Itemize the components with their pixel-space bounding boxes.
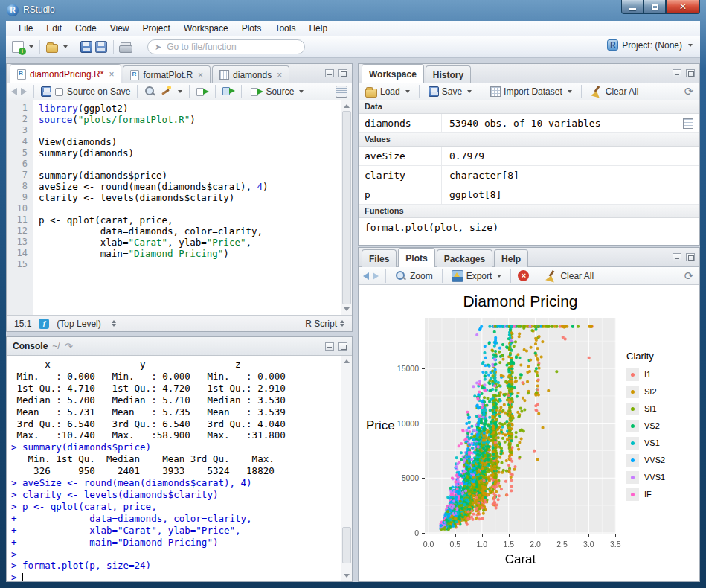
import-dataset-button[interactable]: Import Dataset (488, 86, 574, 98)
code-editor[interactable]: 123456789101112131415 library(ggplot2)so… (7, 100, 352, 315)
tab-workspace[interactable]: Workspace (362, 64, 424, 83)
menu-item-edit[interactable]: Edit (39, 22, 68, 35)
close-tab-icon[interactable]: × (198, 70, 203, 80)
menu-item-file[interactable]: File (12, 22, 39, 35)
pane-minimize-icon[interactable] (673, 69, 681, 77)
legend-label: SI2 (644, 387, 657, 396)
goto-file-input[interactable] (165, 41, 298, 53)
tab-formatplot-r[interactable]: formatPlot.R× (123, 65, 211, 83)
save-button[interactable] (80, 41, 92, 53)
find-icon[interactable] (144, 86, 156, 98)
tab-history[interactable]: History (426, 65, 471, 83)
console-line: > (11, 572, 341, 581)
pane-maximize-icon[interactable] (338, 69, 347, 77)
run-icon[interactable] (196, 86, 208, 98)
source-on-save-checkbox[interactable] (55, 88, 63, 96)
goto-file-box[interactable]: ➤ (147, 39, 305, 54)
object-row-diamonds[interactable]: diamonds53940 obs. of 10 variables (359, 114, 699, 133)
maximize-button[interactable] (644, 0, 666, 14)
pane-minimize-icon[interactable] (325, 69, 334, 77)
title-bar[interactable]: R RStudio ✕ (0, 0, 706, 21)
legend-dot (631, 476, 635, 479)
editor-scrollbar[interactable] (341, 100, 352, 315)
view-data-icon[interactable] (683, 118, 693, 129)
menu-item-plots[interactable]: Plots (235, 22, 269, 35)
save-all-button[interactable] (95, 41, 107, 53)
legend-key (626, 437, 639, 450)
tab-help[interactable]: Help (494, 249, 528, 267)
object-row-p[interactable]: pggplot[8] (359, 185, 699, 205)
menu-item-view[interactable]: View (103, 22, 136, 35)
pane-maximize-icon[interactable] (686, 69, 695, 77)
code-text[interactable]: library(ggplot2)source("plots/formatPlot… (34, 100, 341, 315)
file-type-label[interactable]: R Script (305, 319, 337, 329)
tab-files[interactable]: Files (362, 249, 397, 267)
menu-item-code[interactable]: Code (68, 22, 103, 35)
tab-plots[interactable]: Plots (398, 248, 434, 267)
project-menu[interactable]: R Project: (None) (607, 39, 693, 51)
close-button[interactable]: ✕ (666, 0, 700, 14)
new-file-dropdown[interactable] (29, 45, 33, 48)
save-workspace-button[interactable]: Save (426, 86, 474, 98)
console-output[interactable]: x y z Min. : 0.000 Min. : 0.000 Min. : 0… (7, 356, 341, 581)
clear-plots-button[interactable]: Clear All (543, 269, 596, 283)
save-doc-icon[interactable] (41, 86, 51, 97)
source-pane: diamondPricing.R*×formatPlot.R×diamonds×… (6, 63, 353, 332)
goto-directory-icon[interactable]: ↷ (65, 341, 73, 352)
print-button[interactable] (120, 42, 132, 54)
pane-minimize-icon[interactable] (673, 253, 681, 261)
back-icon[interactable] (11, 88, 17, 95)
scroll-up-icon[interactable] (344, 359, 350, 363)
pane-maximize-icon[interactable] (338, 342, 347, 351)
y-tick-label: 15000 (383, 364, 419, 373)
zoom-plot-button[interactable]: Zoom (393, 269, 435, 283)
source-button[interactable]: Source (248, 85, 306, 98)
menu-item-workspace[interactable]: Workspace (177, 22, 235, 35)
object-name: p (359, 185, 442, 204)
pane-maximize-icon[interactable] (686, 253, 695, 261)
object-row-clarity[interactable]: claritycharacter[8] (359, 166, 699, 185)
forward-icon[interactable] (21, 88, 27, 95)
pane-minimize-icon[interactable] (325, 342, 334, 351)
clear-workspace-button[interactable]: Clear All (588, 85, 641, 98)
scroll-up-icon[interactable] (344, 104, 350, 108)
tab-diamondpricing-r-[interactable]: diamondPricing.R*× (10, 64, 121, 83)
legend-item-vs2: VS2 (626, 418, 665, 435)
code-tools-icon[interactable] (160, 86, 172, 98)
object-row-format-plot-plot-size-[interactable]: format.plot(plot, size) (359, 218, 699, 237)
close-tab-icon[interactable]: × (109, 69, 114, 80)
new-file-button[interactable]: + (12, 41, 24, 53)
load-workspace-button[interactable]: Load (363, 86, 412, 98)
minimize-button[interactable] (621, 0, 644, 14)
scrollbar-thumb[interactable] (342, 527, 351, 563)
menu-item-project[interactable]: Project (136, 22, 177, 35)
scroll-down-icon[interactable] (344, 574, 350, 578)
plots-pane: FilesPlotsPackagesHelp Zoom (358, 247, 700, 582)
menu-bar: FileEditCodeViewProjectWorkspacePlotsToo… (6, 21, 700, 36)
compile-notebook-icon[interactable] (336, 86, 347, 98)
file-type-selector-icon[interactable] (340, 320, 344, 327)
console-scrollbar[interactable] (341, 356, 352, 581)
rerun-icon[interactable] (222, 86, 234, 98)
tab-packages[interactable]: Packages (437, 249, 492, 267)
menu-item-tools[interactable]: Tools (268, 22, 302, 35)
object-row-aveSize[interactable]: aveSize0.7979 (359, 147, 699, 166)
export-plot-button[interactable]: Export (449, 269, 504, 283)
code-tools-dropdown[interactable] (178, 90, 182, 93)
close-tab-icon[interactable]: × (277, 70, 282, 80)
code-line: p <- qplot(carat, price, (39, 214, 341, 226)
scope-selector-icon[interactable] (112, 320, 116, 327)
menu-item-help[interactable]: Help (302, 22, 334, 35)
scope-label[interactable]: (Top Level) (57, 319, 100, 329)
y-tick-label: 5000 (383, 473, 419, 482)
remove-plot-icon[interactable]: × (518, 270, 529, 281)
refresh-icon[interactable]: ⟳ (683, 86, 695, 98)
next-plot-icon[interactable] (373, 272, 379, 280)
open-file-dropdown[interactable] (63, 45, 68, 48)
open-file-button[interactable] (46, 44, 58, 53)
scrollbar-thumb[interactable] (342, 111, 351, 304)
scroll-down-icon[interactable] (344, 307, 350, 311)
previous-plot-icon[interactable] (363, 272, 369, 280)
tab-diamonds[interactable]: diamonds× (212, 65, 289, 83)
refresh-icon[interactable]: ⟳ (683, 270, 695, 282)
